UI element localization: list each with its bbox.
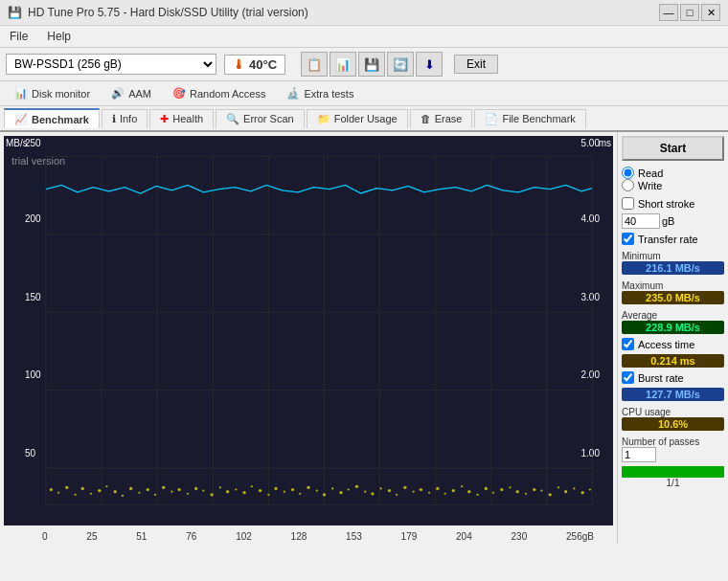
info-icon: ℹ xyxy=(112,113,116,125)
tab-info-label: Info xyxy=(120,113,137,124)
spin-unit: gB xyxy=(662,215,674,227)
svg-point-29 xyxy=(147,488,149,491)
tab-random-access-label: Random Access xyxy=(190,88,265,100)
read-radio-label[interactable]: Read xyxy=(622,167,724,179)
burst-rate-label: Burst rate xyxy=(638,372,684,384)
main-area: MB/s 250 ms 5.00 200 150 100 50 4.00 3.0… xyxy=(0,132,728,544)
disk-monitor-icon: 📊 xyxy=(14,87,28,100)
toolbar-btn-1[interactable]: 📋 xyxy=(301,52,328,77)
svg-point-34 xyxy=(187,493,189,495)
tab-disk-monitor[interactable]: 📊 Disk monitor xyxy=(4,83,101,103)
svg-point-70 xyxy=(476,494,478,496)
tab-file-benchmark[interactable]: 📄 File Benchmark xyxy=(474,109,585,128)
x-label-153: 153 xyxy=(346,531,362,542)
tab-error-scan[interactable]: 🔍 Error Scan xyxy=(216,109,305,128)
svg-point-39 xyxy=(226,490,229,493)
burst-rate-checkbox-label[interactable]: Burst rate xyxy=(622,371,724,384)
tab-info[interactable]: ℹ Info xyxy=(102,109,148,128)
close-button[interactable]: ✕ xyxy=(701,4,720,21)
short-stroke-checkbox-label[interactable]: Short stroke xyxy=(622,197,724,210)
x-label-179: 179 xyxy=(401,531,418,542)
maximize-button[interactable]: □ xyxy=(680,4,699,21)
x-label-256gb: 256gB xyxy=(566,531,594,542)
svg-point-52 xyxy=(331,487,333,489)
tab-aam[interactable]: 🔊 AAM xyxy=(101,83,162,103)
svg-point-17 xyxy=(50,488,53,491)
tab-extra-tests-label: Extra tests xyxy=(304,88,353,100)
svg-point-55 xyxy=(355,485,358,488)
svg-point-71 xyxy=(485,487,488,490)
transfer-rate-checkbox-label[interactable]: Transfer rate xyxy=(622,233,724,245)
start-button[interactable]: Start xyxy=(622,136,724,161)
svg-point-50 xyxy=(316,490,318,492)
menu-help[interactable]: Help xyxy=(41,28,77,45)
svg-point-65 xyxy=(436,487,439,490)
svg-point-82 xyxy=(573,487,575,489)
folder-usage-icon: 📁 xyxy=(317,113,330,125)
transfer-rate-checkbox[interactable] xyxy=(622,233,634,245)
svg-point-43 xyxy=(259,489,262,492)
svg-point-53 xyxy=(339,491,342,494)
health-icon: ✚ xyxy=(160,113,169,125)
benchmark-icon: 📈 xyxy=(14,113,28,125)
random-access-icon: 🎯 xyxy=(172,87,186,100)
svg-point-68 xyxy=(461,485,463,487)
tab-bar-bottom: 📈 Benchmark ℹ Info ✚ Health 🔍 Error Scan… xyxy=(0,106,728,132)
menu-file[interactable]: File xyxy=(4,28,34,45)
svg-point-32 xyxy=(171,491,172,493)
tab-random-access[interactable]: 🎯 Random Access xyxy=(162,83,276,103)
toolbar-btn-4[interactable]: 🔄 xyxy=(387,52,414,77)
exit-button[interactable]: Exit xyxy=(454,55,498,74)
svg-point-23 xyxy=(98,489,101,492)
average-label: Average xyxy=(622,310,724,321)
burst-rate-checkbox[interactable] xyxy=(622,371,634,384)
toolbar-btn-3[interactable]: 💾 xyxy=(358,52,385,77)
tab-erase[interactable]: 🗑 Erase xyxy=(410,109,473,127)
chart-area: MB/s 250 ms 5.00 200 150 100 50 4.00 3.0… xyxy=(4,136,613,525)
toolbar-btn-2[interactable]: 📊 xyxy=(330,52,356,77)
tab-folder-usage-label: Folder Usage xyxy=(334,113,398,124)
svg-point-73 xyxy=(500,488,503,491)
average-section: Average 228.9 MB/s xyxy=(622,308,724,334)
progress-label: 1/1 xyxy=(622,478,724,488)
svg-point-61 xyxy=(403,486,406,489)
x-label-76: 76 xyxy=(186,531,196,542)
tab-erase-label: Erase xyxy=(435,113,463,124)
minimum-label: Minimum xyxy=(622,251,724,261)
svg-point-35 xyxy=(194,487,197,490)
progress-bar xyxy=(622,466,724,478)
svg-point-81 xyxy=(564,490,567,493)
svg-point-28 xyxy=(138,492,140,494)
svg-point-26 xyxy=(122,495,124,497)
minimize-button[interactable]: — xyxy=(659,4,678,21)
access-time-value: 0.214 ms xyxy=(622,354,724,368)
short-stroke-checkbox[interactable] xyxy=(622,197,634,210)
svg-point-22 xyxy=(90,493,92,495)
svg-point-79 xyxy=(549,493,552,496)
write-radio[interactable] xyxy=(622,179,634,191)
read-label: Read xyxy=(638,168,663,179)
svg-point-77 xyxy=(533,488,535,491)
tab-health[interactable]: ✚ Health xyxy=(149,109,214,128)
tab-benchmark[interactable]: 📈 Benchmark xyxy=(4,108,100,128)
tab-folder-usage[interactable]: 📁 Folder Usage xyxy=(307,109,408,128)
svg-point-51 xyxy=(323,493,326,496)
read-radio[interactable] xyxy=(622,167,634,179)
drive-selector[interactable]: BW-PSSD1 (256 gB) xyxy=(6,54,216,75)
svg-point-75 xyxy=(516,490,519,493)
write-radio-label[interactable]: Write xyxy=(622,179,724,191)
svg-point-40 xyxy=(235,488,237,490)
x-label-51: 51 xyxy=(136,531,147,542)
svg-point-44 xyxy=(267,494,269,496)
tab-extra-tests[interactable]: 🔬 Extra tests xyxy=(276,83,364,103)
svg-point-18 xyxy=(57,492,59,494)
spin-input[interactable] xyxy=(622,213,660,229)
toolbar-btn-5[interactable]: ⬇ xyxy=(416,52,443,77)
average-value: 228.9 MB/s xyxy=(622,321,724,334)
file-benchmark-icon: 📄 xyxy=(485,113,498,125)
temperature-value: 40°C xyxy=(249,57,277,72)
svg-point-36 xyxy=(202,490,204,492)
access-time-checkbox[interactable] xyxy=(622,338,634,350)
passes-spinner[interactable] xyxy=(622,447,656,462)
access-time-checkbox-label[interactable]: Access time xyxy=(622,338,724,350)
